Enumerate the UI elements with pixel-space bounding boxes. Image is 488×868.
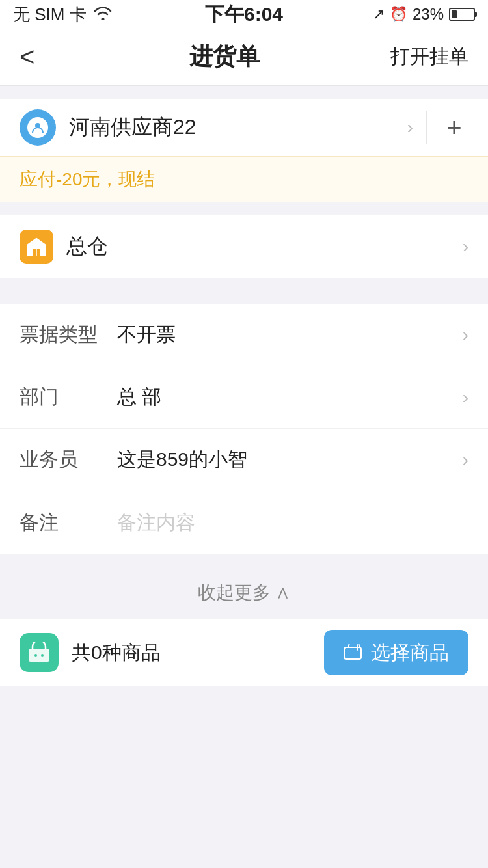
status-time: 下午6:04 — [205, 1, 283, 28]
nav-bar: < 进货单 打开挂单 — [0, 29, 488, 86]
wifi-icon — [93, 5, 113, 25]
open-pending-button[interactable]: 打开挂单 — [390, 44, 468, 70]
salesperson-chevron-icon: › — [463, 450, 468, 470]
collapse-label: 收起更多 ∧ — [198, 580, 291, 605]
warehouse-icon — [20, 230, 53, 264]
supplier-name: 河南供应商22 — [69, 113, 407, 142]
cart-icon — [344, 644, 364, 662]
salesperson-row[interactable]: 业务员 这是859的小智 › — [0, 429, 488, 491]
notice-bar: 应付-20元，现结 — [0, 156, 488, 202]
collapse-toggle[interactable]: 收起更多 ∧ — [0, 567, 488, 619]
battery-percent: 23% — [413, 5, 444, 23]
supplier-row[interactable]: 河南供应商22 › + — [0, 99, 488, 156]
svg-point-4 — [41, 654, 44, 657]
department-chevron-icon: › — [463, 387, 468, 408]
status-left: 无 SIM 卡 — [13, 3, 113, 26]
gap-2 — [0, 202, 488, 215]
status-bar: 无 SIM 卡 下午6:04 ↗ ⏰ 23% — [0, 0, 488, 29]
battery-icon — [449, 8, 475, 21]
remark-input[interactable]: 备注内容 — [104, 509, 468, 536]
status-right: ↗ ⏰ 23% — [373, 5, 475, 23]
invoice-value: 不开票 — [104, 321, 456, 348]
avatar-inner — [27, 117, 48, 138]
warehouse-chevron-icon: › — [463, 236, 468, 257]
salesperson-value: 这是859的小智 — [104, 446, 456, 473]
warehouse-row[interactable]: 总仓 › — [0, 215, 488, 278]
department-label: 部门 — [20, 384, 104, 411]
select-product-button[interactable]: 选择商品 — [324, 630, 468, 675]
gap-1 — [0, 86, 488, 99]
select-product-label: 选择商品 — [371, 640, 449, 666]
carrier-label: 无 SIM 卡 — [13, 3, 87, 26]
department-value: 总 部 — [104, 384, 456, 411]
form-section: 票据类型 不开票 › 部门 总 部 › 业务员 这是859的小智 › 备注 备注… — [0, 304, 488, 554]
warehouse-name: 总仓 — [66, 232, 456, 261]
product-icon — [20, 633, 59, 672]
supplier-chevron-icon: › — [407, 117, 413, 138]
add-supplier-button[interactable]: + — [440, 113, 468, 142]
remark-label: 备注 — [20, 509, 104, 536]
product-count: 共0种商品 — [72, 640, 324, 666]
invoice-chevron-icon: › — [463, 325, 468, 346]
gap-3 — [0, 278, 488, 291]
page-title: 进货单 — [189, 41, 260, 73]
svg-rect-5 — [344, 647, 361, 659]
location-icon: ↗ — [373, 6, 385, 23]
page-background — [0, 686, 488, 868]
department-row[interactable]: 部门 总 部 › — [0, 366, 488, 429]
bottom-bar: 共0种商品 选择商品 — [0, 619, 488, 686]
back-button[interactable]: < — [20, 42, 59, 72]
invoice-row[interactable]: 票据类型 不开票 › — [0, 304, 488, 366]
notice-text: 应付-20元，现结 — [20, 169, 155, 189]
supplier-section: 河南供应商22 › + 应付-20元，现结 — [0, 99, 488, 202]
invoice-label: 票据类型 — [20, 321, 104, 348]
remark-row[interactable]: 备注 备注内容 — [0, 491, 488, 554]
vertical-divider — [426, 111, 427, 144]
alarm-icon: ⏰ — [390, 6, 407, 23]
supplier-avatar — [20, 109, 56, 146]
warehouse-section: 总仓 › — [0, 215, 488, 278]
salesperson-label: 业务员 — [20, 446, 104, 473]
svg-rect-2 — [29, 649, 49, 662]
svg-point-3 — [34, 654, 37, 657]
